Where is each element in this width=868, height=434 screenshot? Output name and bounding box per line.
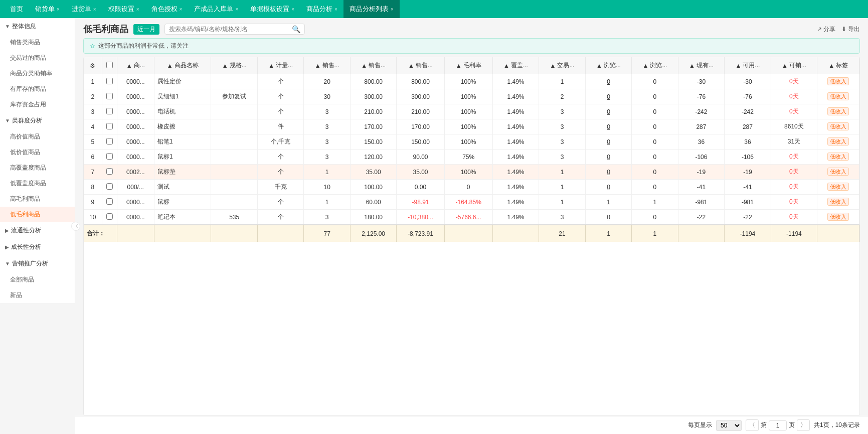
row-checkbox[interactable] — [102, 195, 117, 210]
search-input[interactable] — [169, 26, 292, 33]
select-all-checkbox[interactable] — [106, 62, 113, 68]
col-code[interactable]: ▲商... — [117, 57, 154, 74]
sidebar-item-traded-products[interactable]: 交易过的商品 — [0, 50, 75, 66]
sidebar-item-category-rate[interactable]: 商品分类助销率 — [0, 66, 75, 81]
row-checkbox[interactable] — [102, 89, 117, 104]
row-checkbox[interactable] — [102, 119, 117, 134]
sidebar-group-marketing[interactable]: ▼ 营销推广分析 — [0, 255, 75, 272]
row-checkbox[interactable] — [102, 210, 117, 225]
row-browse1[interactable]: 0 — [585, 89, 631, 104]
sidebar-item-high-margin[interactable]: 高毛利商品 — [0, 191, 75, 207]
nav-product-analysis-list[interactable]: 商品分析列表 × — [343, 0, 400, 18]
sidebar-collapse-btn[interactable]: 《 — [71, 222, 80, 231]
row-checkbox[interactable] — [102, 134, 117, 150]
col-browse2[interactable]: ▲浏览... — [632, 57, 678, 74]
nav-purchase[interactable]: 进货单 × — [66, 0, 102, 18]
footer-gross-rate — [444, 225, 492, 242]
sidebar-group-growth[interactable]: ▶ 成长性分析 — [0, 239, 75, 255]
row-select-checkbox[interactable] — [106, 108, 113, 114]
row-browse1[interactable]: 0 — [585, 150, 631, 165]
row-current: 287 — [678, 119, 724, 134]
row-select-checkbox[interactable] — [106, 213, 113, 220]
col-settings[interactable]: ⚙ — [84, 57, 102, 74]
nav-permission[interactable]: 权限设置 × — [102, 0, 145, 18]
row-checkbox[interactable] — [102, 150, 117, 165]
col-unit[interactable]: ▲计量... — [257, 57, 303, 74]
sidebar-item-stock-capital[interactable]: 库存资金占用 — [0, 97, 75, 112]
tag-badge: 低收入 — [827, 77, 849, 85]
nav-sales[interactable]: 销货单 × — [29, 0, 66, 18]
row-select-checkbox[interactable] — [106, 153, 113, 160]
row-select-checkbox[interactable] — [106, 183, 113, 190]
nav-product-in[interactable]: 产成品入库单 × — [188, 0, 244, 18]
col-sales-price[interactable]: ▲销售... — [350, 57, 396, 74]
row-checkbox[interactable] — [102, 180, 117, 195]
share-button[interactable]: ↗ 分享 — [817, 25, 835, 34]
nav-analysis-list-close[interactable]: × — [391, 7, 394, 12]
table-container[interactable]: ⚙ ▲商... ▲商品名称 ▲规格... ▲计量... ▲销售... ▲销售..… — [83, 57, 860, 416]
time-tag-button[interactable]: 近一月 — [133, 24, 159, 35]
sidebar-group-liquidity[interactable]: ▶ 流通性分析 — [0, 222, 75, 239]
col-spec[interactable]: ▲规格... — [211, 57, 257, 74]
col-trans[interactable]: ▲交易... — [539, 57, 585, 74]
settings-icon[interactable]: ⚙ — [90, 62, 95, 69]
row-select-checkbox[interactable] — [106, 93, 113, 99]
export-button[interactable]: ⬇ 导出 — [841, 25, 860, 34]
nav-home[interactable]: 首页 — [4, 0, 29, 18]
row-browse1[interactable]: 1 — [585, 195, 631, 210]
row-select-checkbox[interactable] — [106, 78, 113, 84]
nav-role[interactable]: 角色授权 × — [145, 0, 189, 18]
row-checkbox[interactable] — [102, 104, 117, 119]
search-icon[interactable]: 🔍 — [292, 25, 300, 33]
row-checkbox[interactable] — [102, 74, 117, 89]
col-current[interactable]: ▲现有... — [678, 57, 724, 74]
nav-template-close[interactable]: × — [291, 7, 294, 12]
col-gross-rate[interactable]: ▲毛利率 — [444, 57, 492, 74]
sidebar-item-low-value[interactable]: 低价值商品 — [0, 144, 75, 160]
prev-page-btn[interactable]: 〈 — [746, 419, 759, 431]
col-name[interactable]: ▲商品名称 — [154, 57, 211, 74]
sidebar-item-low-coverage[interactable]: 低覆盖度商品 — [0, 176, 75, 191]
sidebar-item-high-value[interactable]: 高价值商品 — [0, 129, 75, 144]
sidebar-group-overview[interactable]: ▼ 整体信息 — [0, 18, 75, 35]
nav-product-close[interactable]: × — [235, 7, 238, 12]
col-available[interactable]: ▲可用... — [725, 57, 771, 74]
row-browse1[interactable]: 0 — [585, 74, 631, 89]
row-browse1[interactable]: 0 — [585, 104, 631, 119]
nav-role-close[interactable]: × — [180, 7, 183, 12]
nav-product-analysis[interactable]: 商品分析 × — [300, 0, 343, 18]
row-browse1[interactable]: 0 — [585, 119, 631, 134]
col-browse1[interactable]: ▲浏览... — [585, 57, 631, 74]
row-select-checkbox[interactable] — [106, 123, 113, 129]
col-sales-qty[interactable]: ▲销售... — [304, 57, 350, 74]
row-browse1[interactable]: 0 — [585, 210, 631, 225]
notice-text: 这部分商品的利润非常低，请关注 — [98, 42, 189, 50]
sidebar-item-new-products[interactable]: 新品 — [0, 287, 75, 303]
col-sales-amount[interactable]: ▲销售... — [397, 57, 444, 74]
col-cover-rate[interactable]: ▲覆盖... — [492, 57, 539, 74]
col-tag[interactable]: ▲标签 — [817, 57, 859, 74]
page-number-input[interactable] — [769, 420, 787, 430]
row-checkbox[interactable] — [102, 165, 117, 180]
row-select-checkbox[interactable] — [106, 138, 113, 144]
sidebar-item-sales-products[interactable]: 销售类商品 — [0, 35, 75, 50]
sidebar-item-high-coverage[interactable]: 高覆盖度商品 — [0, 160, 75, 176]
row-select-checkbox[interactable] — [106, 168, 113, 175]
row-browse1[interactable]: 0 — [585, 165, 631, 180]
row-browse1[interactable]: 0 — [585, 134, 631, 150]
nav-purchase-close[interactable]: × — [93, 7, 96, 12]
row-browse1[interactable]: 0 — [585, 180, 631, 195]
sidebar-item-stocked-products[interactable]: 有库存的商品 — [0, 81, 75, 97]
next-page-btn[interactable]: 〉 — [797, 419, 810, 431]
nav-analysis-close[interactable]: × — [334, 7, 337, 12]
col-sellable[interactable]: ▲可销... — [771, 57, 817, 74]
per-page-select[interactable]: 50 10 20 100 — [716, 420, 742, 431]
sidebar-group-cluster[interactable]: ▼ 类群度分析 — [0, 112, 75, 129]
row-select-checkbox[interactable] — [106, 198, 113, 205]
footer-code — [117, 225, 154, 242]
sidebar-item-all-products[interactable]: 全部商品 — [0, 272, 75, 287]
nav-template[interactable]: 单据模板设置 × — [244, 0, 300, 18]
nav-permission-close[interactable]: × — [136, 7, 139, 12]
nav-sales-close[interactable]: × — [57, 7, 60, 12]
sidebar-item-low-margin[interactable]: 低毛利商品 — [0, 207, 75, 222]
